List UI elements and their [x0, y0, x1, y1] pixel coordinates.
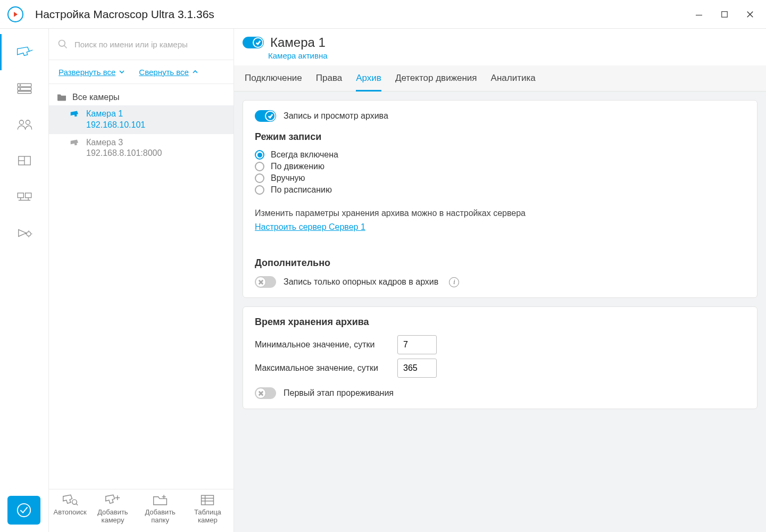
- collapse-all-link[interactable]: Свернуть все: [139, 68, 198, 77]
- tab-rights[interactable]: Права: [316, 73, 342, 91]
- archive-record-toggle[interactable]: [255, 110, 276, 122]
- svg-point-20: [27, 232, 31, 236]
- svg-rect-15: [18, 193, 23, 198]
- search-icon: [57, 39, 68, 49]
- storage-hint: Изменить параметры хранения архива можно…: [255, 209, 745, 218]
- camera-list-panel: Развернуть все Свернуть все Все камеры К…: [49, 29, 234, 532]
- retention-title: Время хранения архива: [255, 317, 745, 328]
- configure-server-link[interactable]: Настроить сервер Сервер 1: [255, 222, 365, 232]
- svg-point-21: [18, 504, 30, 517]
- nav-servers[interactable]: [0, 70, 48, 106]
- min-retention-label: Минимальное значение, сутки: [255, 340, 391, 350]
- camera-list-footer: Автопоиск Добавить камеру Добавить папку…: [49, 489, 234, 532]
- svg-line-4: [29, 50, 32, 51]
- camera-tree: Все камеры Камера 1192.168.10.101 Камера…: [49, 84, 234, 489]
- min-retention-input[interactable]: [397, 335, 437, 354]
- svg-point-11: [26, 120, 30, 124]
- mode-motion[interactable]: По движению: [255, 162, 745, 171]
- svg-point-24: [72, 500, 77, 504]
- tab-connection[interactable]: Подключение: [245, 73, 302, 91]
- additional-title: Дополнительно: [255, 257, 745, 269]
- svg-rect-7: [18, 92, 31, 94]
- thinning-toggle[interactable]: [255, 387, 276, 399]
- app-logo: [7, 6, 23, 22]
- camera-title: Камера 1: [270, 35, 326, 50]
- nav-layouts[interactable]: [0, 143, 48, 179]
- radio-icon: [255, 173, 264, 183]
- camera-table-button[interactable]: Таблица камер: [186, 494, 229, 525]
- tab-motion[interactable]: Детектор движения: [395, 73, 477, 91]
- svg-line-23: [64, 46, 67, 48]
- nav-rail: [0, 29, 49, 532]
- svg-rect-30: [202, 495, 214, 505]
- camera-enabled-toggle[interactable]: [243, 37, 264, 48]
- tab-analytics[interactable]: Аналитика: [491, 73, 536, 91]
- thinning-label: Первый этап прореживания: [284, 388, 394, 398]
- nav-cameras[interactable]: [0, 34, 48, 70]
- mode-always[interactable]: Всегда включена: [255, 150, 745, 160]
- max-retention-input[interactable]: [397, 359, 437, 378]
- keyframes-only-label: Запись только опорных кадров в архив: [284, 277, 438, 287]
- mode-manual[interactable]: Вручную: [255, 173, 745, 183]
- radio-icon: [255, 185, 264, 195]
- svg-point-10: [19, 120, 23, 124]
- svg-line-25: [76, 504, 78, 505]
- info-icon[interactable]: i: [449, 277, 459, 287]
- max-retention-label: Максимальное значение, сутки: [255, 363, 391, 373]
- nav-users[interactable]: [0, 106, 48, 143]
- camera-icon: [70, 110, 81, 119]
- svg-rect-1: [722, 11, 728, 17]
- radio-icon: [255, 150, 264, 160]
- mode-schedule[interactable]: По расписанию: [255, 185, 745, 195]
- add-camera-button[interactable]: Добавить камеру: [91, 494, 134, 525]
- nav-videowall[interactable]: [0, 179, 48, 215]
- camera-item-1[interactable]: Камера 1192.168.10.101: [49, 105, 234, 134]
- nav-automation[interactable]: [0, 215, 48, 251]
- autosearch-button[interactable]: Автопоиск: [54, 494, 87, 525]
- svg-rect-16: [25, 193, 31, 198]
- camera-icon: [70, 139, 81, 147]
- apply-button[interactable]: [7, 496, 40, 525]
- chevron-down-icon: [119, 69, 125, 75]
- svg-point-22: [59, 40, 65, 47]
- titlebar: Настройка Macroscop Ultra 3.1.36s: [0, 0, 766, 29]
- tab-archive[interactable]: Архив: [356, 73, 381, 92]
- radio-icon: [255, 162, 264, 171]
- svg-point-8: [20, 85, 21, 86]
- tabs: Подключение Права Архив Детектор движени…: [234, 65, 766, 92]
- main-panel: Камера 1 Камера активна Подключение Прав…: [234, 29, 766, 532]
- chevron-up-icon: [192, 69, 198, 75]
- window-title: Настройка Macroscop Ultra 3.1.36s: [35, 8, 694, 21]
- search-input[interactable]: [74, 40, 225, 49]
- expand-all-link[interactable]: Развернуть все: [59, 68, 125, 77]
- record-mode-title: Режим записи: [255, 131, 745, 143]
- camera-item-2[interactable]: Камера 3192.168.8.101:8000: [49, 134, 234, 163]
- archive-record-label: Запись и просмотр архива: [284, 111, 388, 121]
- add-folder-button[interactable]: Добавить папку: [139, 494, 181, 525]
- archive-card: Запись и просмотр архива Режим записи Вс…: [243, 100, 757, 298]
- maximize-button[interactable]: [719, 9, 730, 20]
- retention-card: Время хранения архива Минимальное значен…: [243, 306, 757, 409]
- minimize-button[interactable]: [694, 9, 704, 20]
- camera-status: Камера активна: [268, 51, 766, 60]
- tree-root[interactable]: Все камеры: [49, 89, 234, 105]
- keyframes-only-toggle[interactable]: [255, 276, 276, 288]
- svg-point-9: [20, 88, 21, 89]
- close-button[interactable]: [745, 9, 755, 20]
